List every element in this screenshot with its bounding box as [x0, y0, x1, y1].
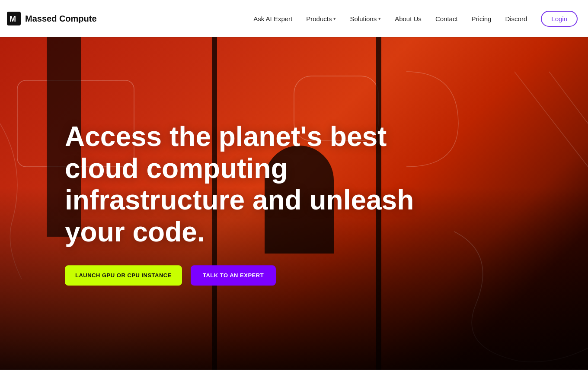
brand-logo-text: Massed Compute [25, 14, 97, 24]
talk-to-expert-button[interactable]: TALK TO AN EXPERT [191, 266, 276, 286]
launch-instance-button[interactable]: LAUNCH GPU OR CPU INSTANCE [65, 266, 182, 286]
nav-item-ask-ai-expert[interactable]: Ask AI Expert [253, 15, 292, 22]
nav-item-about-us[interactable]: About Us [395, 15, 422, 22]
brand-logo-icon: M [7, 12, 21, 25]
nav-item-pricing[interactable]: Pricing [472, 15, 492, 22]
nav-links: Ask AI Expert Products ▾ Solutions ▾ Abo… [253, 11, 578, 27]
svg-text:M: M [10, 15, 16, 23]
nav-item-products[interactable]: Products ▾ [306, 15, 336, 22]
navbar: M Massed Compute Ask AI Expert Products … [0, 0, 588, 37]
hero-section: Access the planet's best cloud computing… [0, 37, 588, 370]
nav-item-discord[interactable]: Discord [505, 15, 527, 22]
nav-item-contact[interactable]: Contact [435, 15, 458, 22]
nav-item-solutions[interactable]: Solutions ▾ [350, 15, 381, 22]
products-chevron-icon: ▾ [333, 16, 336, 22]
hero-title: Access the planet's best cloud computing… [65, 121, 419, 248]
login-button[interactable]: Login [541, 11, 578, 27]
hero-buttons: LAUNCH GPU OR CPU INSTANCE TALK TO AN EX… [65, 266, 588, 286]
hero-content: Access the planet's best cloud computing… [0, 121, 588, 285]
solutions-chevron-icon: ▾ [378, 16, 381, 22]
brand-logo[interactable]: M Massed Compute [7, 12, 97, 25]
